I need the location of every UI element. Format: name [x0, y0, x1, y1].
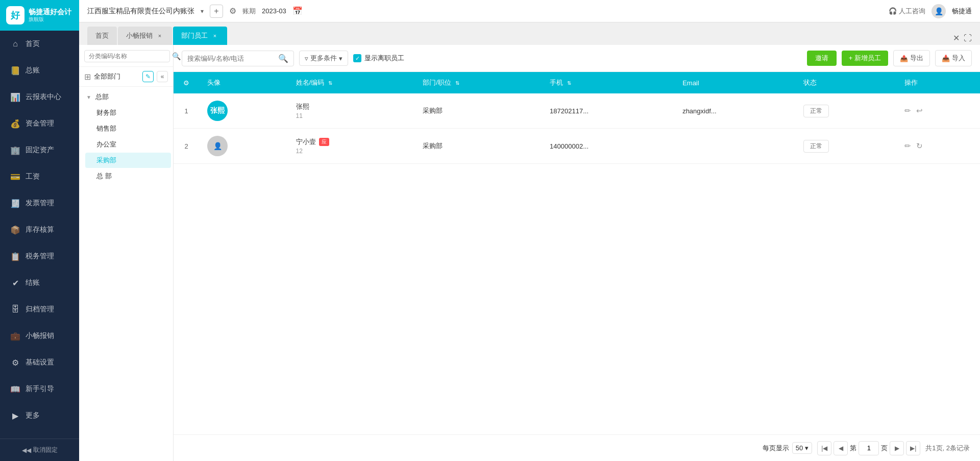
- sidebar-item-closing[interactable]: ✔ 结账: [0, 270, 79, 296]
- sidebar-item-ledger[interactable]: 📒 总账: [0, 57, 79, 84]
- dept-add-icon[interactable]: ✎: [142, 71, 154, 82]
- row-num: 1: [174, 93, 199, 129]
- add-employee-button[interactable]: + 新增员工: [842, 51, 888, 66]
- header-settings-icon[interactable]: ⚙: [229, 6, 236, 16]
- edit-icon[interactable]: ✏: [904, 141, 911, 151]
- tab-home[interactable]: 首页: [87, 27, 117, 45]
- sidebar-item-tax[interactable]: 📋 税务管理: [0, 243, 79, 270]
- dept-collapse-icon[interactable]: «: [157, 71, 168, 82]
- logout-icon[interactable]: ↩: [916, 106, 923, 115]
- employee-search-box[interactable]: 🔍: [182, 51, 294, 66]
- window-close-icon[interactable]: ✕: [953, 33, 960, 43]
- company-name: 江西服宝精品有限责任公司内账张: [87, 7, 194, 16]
- app-name: 畅捷通好会计: [29, 8, 71, 16]
- last-page-button[interactable]: ▶|: [906, 441, 920, 455]
- tab-department[interactable]: 部门员工 ×: [173, 27, 227, 45]
- th-dept[interactable]: 部门/职位 ⇅: [414, 72, 542, 93]
- page-size-select: 每页显示 50 ▾: [763, 442, 812, 454]
- sidebar-item-payroll[interactable]: 💳 工资: [0, 163, 79, 190]
- th-phone[interactable]: 手机 ⇅: [542, 72, 674, 93]
- dept-search-box: 🔍: [79, 45, 173, 67]
- home-icon: ⌂: [10, 39, 20, 48]
- sidebar-item-reports[interactable]: 📊 云报表中心: [0, 84, 79, 110]
- first-page-button[interactable]: |◀: [817, 441, 831, 455]
- dept-group-zongbu: 财务部 销售部 办公室 采购部 总 部: [79, 105, 173, 184]
- edit-icon[interactable]: ✏: [904, 106, 911, 115]
- more-icon: ▶: [10, 411, 20, 421]
- next-page-button[interactable]: ▶: [890, 441, 904, 455]
- dept-item-zongbu-root[interactable]: ▼ 总部: [81, 89, 171, 105]
- page-input[interactable]: [859, 441, 879, 455]
- hashtag-icon: ⊞: [84, 72, 91, 82]
- add-tab-button[interactable]: +: [210, 5, 223, 18]
- avatar-cell: 张熙: [199, 93, 288, 129]
- sidebar-item-more[interactable]: ▶ 更多: [0, 402, 79, 429]
- status-badge: 正常: [803, 105, 829, 117]
- sidebar-item-label: 资金管理: [26, 119, 54, 128]
- sidebar-item-label: 首页: [26, 39, 40, 48]
- unpin-button[interactable]: ◀◀ 取消固定: [0, 439, 79, 461]
- dept-item-bangongshi[interactable]: 办公室: [85, 137, 171, 152]
- filter-button[interactable]: ▿ 更多条件 ▾: [299, 51, 348, 66]
- page-size-dropdown[interactable]: 50 ▾: [792, 442, 812, 454]
- sort-icon: ⇅: [567, 80, 571, 86]
- prev-page-button[interactable]: ◀: [834, 441, 848, 455]
- settings-icon: ⚙: [10, 358, 20, 368]
- calendar-icon[interactable]: 📅: [292, 6, 303, 16]
- dept-item-caiwubu[interactable]: 财务部: [85, 105, 171, 120]
- export-label: 导出: [910, 54, 923, 63]
- show-resigned-label: 显示离职员工: [364, 54, 404, 63]
- invite-button[interactable]: 邀请: [807, 51, 837, 66]
- refresh-icon[interactable]: ↻: [916, 141, 923, 151]
- search-icon[interactable]: 🔍: [278, 54, 288, 63]
- sidebar-item-assets[interactable]: 🏢 固定资产: [0, 137, 79, 163]
- sidebar-item-inventory[interactable]: 📦 库存核算: [0, 216, 79, 243]
- sidebar-item-expense[interactable]: 💼 小畅报销: [0, 323, 79, 349]
- expense-icon: 💼: [10, 331, 20, 341]
- page-nav: |◀ ◀ 第 页 ▶ ▶|: [817, 441, 920, 455]
- service-button[interactable]: 🎧 人工咨询: [889, 7, 925, 16]
- th-status: 状态: [795, 72, 896, 93]
- sidebar-item-label: 固定资产: [26, 145, 54, 155]
- sidebar-item-funds[interactable]: 💰 资金管理: [0, 110, 79, 137]
- dept-label: 销售部: [96, 124, 116, 133]
- sidebar-item-label: 新手引导: [26, 384, 54, 394]
- page-label-unit: 页: [881, 444, 888, 453]
- sidebar-item-archive[interactable]: 🗄 归档管理: [0, 296, 79, 323]
- th-settings[interactable]: ⚙: [174, 72, 199, 93]
- import-button[interactable]: 📥 导入: [935, 50, 972, 66]
- reports-icon: 📊: [10, 92, 20, 102]
- email-cell: [674, 129, 795, 164]
- sort-icon: ⇅: [455, 80, 459, 86]
- sidebar-item-label: 归档管理: [26, 305, 54, 314]
- invoice-icon: 🧾: [10, 199, 20, 208]
- show-resigned-toggle[interactable]: ✓ 显示离职员工: [353, 54, 404, 63]
- sidebar-item-guide[interactable]: 📖 新手引导: [0, 376, 79, 402]
- employee-search-input[interactable]: [187, 55, 275, 62]
- tab-dept-close[interactable]: ×: [211, 32, 219, 40]
- sort-icon: ⇅: [328, 80, 332, 86]
- tab-expense[interactable]: 小畅报销 ×: [118, 27, 172, 45]
- sidebar-item-settings[interactable]: ⚙ 基础设置: [0, 349, 79, 376]
- th-name-code[interactable]: 姓名/编码 ⇅: [288, 72, 415, 93]
- phone-cell: 187202117...: [542, 93, 674, 129]
- tab-expense-close[interactable]: ×: [156, 32, 164, 40]
- emp-code: 11: [296, 112, 407, 119]
- export-button[interactable]: 📤 导出: [893, 50, 930, 66]
- dept-search-input[interactable]: [84, 50, 170, 62]
- name-code-cell: 张熙 11: [288, 93, 415, 129]
- import-icon: 📥: [942, 55, 950, 62]
- ledger-icon: 📒: [10, 66, 20, 76]
- sidebar-item-home[interactable]: ⌂ 首页: [0, 31, 79, 57]
- dept-item-caigoubu[interactable]: 采购部: [85, 153, 171, 168]
- all-dept-header[interactable]: ⊞ 全部部门 ✎ «: [79, 67, 173, 87]
- department-panel: 🔍 ⊞ 全部部门 ✎ « ▼ 总部 财务部: [79, 45, 174, 461]
- expand-icon: ▼: [86, 94, 93, 100]
- dept-item-zongbu2[interactable]: 总 部: [85, 168, 171, 184]
- action-icons: ✏ ↩: [904, 106, 972, 115]
- dept-item-xiaoshoubu[interactable]: 销售部: [85, 121, 171, 136]
- unpin-label: 取消固定: [33, 446, 58, 454]
- sidebar-item-invoice[interactable]: 🧾 发票管理: [0, 190, 79, 216]
- company-dropdown-icon[interactable]: ▾: [201, 8, 204, 15]
- window-expand-icon[interactable]: ⛶: [964, 34, 972, 43]
